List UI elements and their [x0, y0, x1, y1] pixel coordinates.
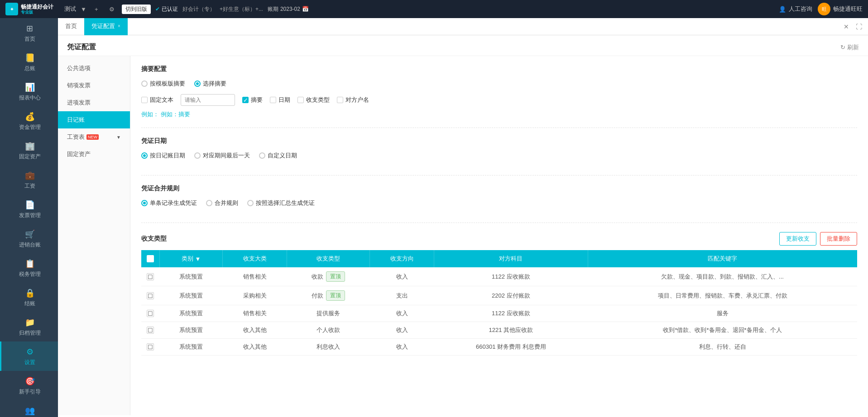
sidebar-item-member[interactable]: 👥 畅会员	[0, 400, 58, 417]
certified-icon: ✔	[155, 6, 160, 12]
funds-icon: 💰	[25, 112, 35, 122]
td-category-3: 系统预置	[159, 305, 223, 322]
row-checkbox-2[interactable]: ☐	[147, 292, 154, 299]
th-direction: 收支方向	[370, 250, 434, 267]
sidebar-item-funds[interactable]: 💰 资金管理	[0, 106, 58, 136]
radio-template[interactable]: 按模板版摘要	[141, 80, 185, 88]
refresh-button[interactable]: ↻ 刷新	[840, 43, 859, 52]
table-row: ☐ 系统预置 收入其他 利息收入 收入 660301 财务费用 利息费用 利息、…	[141, 339, 857, 355]
sidebar-item-purchases[interactable]: 🛒 进销台账	[0, 224, 58, 253]
td-direction-2: 支出	[370, 286, 434, 305]
top-tag-1[interactable]: 置顶	[326, 271, 345, 282]
merge-rules-section: 凭证合并规则 单条记录生成凭证 合并规则 按照选择汇总生成凭证	[141, 185, 857, 223]
right-content: 摘要配置 按模板版摘要 选择摘要	[130, 56, 868, 415]
summary-config-section: 摘要配置 按模板版摘要 选择摘要	[141, 65, 857, 128]
sidebar-item-salary[interactable]: 💼 工资	[0, 165, 58, 194]
td-checkbox-4: ☐	[141, 322, 159, 339]
switch-version-button[interactable]: 切到旧版	[122, 5, 151, 14]
th-major: 收支大类	[223, 250, 287, 267]
left-nav-sales-invoice[interactable]: 销项发票	[58, 77, 130, 94]
tab-expand-button[interactable]: ⛶	[854, 21, 864, 32]
td-direction-4: 收入	[370, 322, 434, 339]
td-direction-3: 收入	[370, 305, 434, 322]
sidebar-item-ledger[interactable]: 📒 总账	[0, 47, 58, 77]
td-checkbox-1: ☐	[141, 267, 159, 286]
th-category: 类别 ▼	[159, 250, 223, 267]
radio-single-circle	[141, 200, 148, 206]
user-menu[interactable]: 旺 畅捷通旺旺	[818, 3, 863, 15]
radio-custom-date[interactable]: 自定义日期	[259, 152, 297, 160]
update-income-expense-button[interactable]: 更新收支	[779, 232, 816, 246]
top-tag-2[interactable]: 置顶	[326, 290, 345, 301]
left-nav-purchase-invoice[interactable]: 进项发票	[58, 94, 130, 111]
th-keywords: 匹配关键字	[588, 250, 857, 267]
sidebar-item-closing[interactable]: 🔒 结账	[0, 283, 58, 312]
row-checkbox-1[interactable]: ☐	[147, 273, 154, 280]
td-type-3: 提供服务	[287, 305, 370, 322]
checkbox-counterpart-box	[337, 97, 343, 103]
main-area: 首页 凭证配置 × ✕ ⛶ 凭证配置 ↻ 刷新 公共选项	[58, 18, 868, 417]
tab-home[interactable]: 首页	[58, 18, 84, 35]
checkbox-fixed-text[interactable]: 固定文本	[141, 96, 173, 104]
left-nav-fixed-assets[interactable]: 固定资产	[58, 146, 130, 163]
add-button[interactable]: +	[91, 4, 102, 14]
row-checkbox-4[interactable]: ☐	[147, 327, 154, 334]
checkbox-counterpart[interactable]: 对方户名	[337, 96, 369, 104]
app-edition: 专业版	[21, 10, 53, 14]
sidebar-item-settings[interactable]: ⚙ 设置	[0, 341, 58, 371]
example-text: 例如： 例如：摘要	[141, 110, 857, 118]
closing-icon: 🔒	[25, 288, 35, 298]
radio-journal-date[interactable]: 按日记账日期	[141, 152, 185, 160]
sidebar-item-tax[interactable]: 📋 税务管理	[0, 253, 58, 283]
checkbox-summary[interactable]: ✓ 摘要	[242, 96, 263, 104]
sidebar-item-home[interactable]: ⊞ 首页	[0, 18, 58, 47]
sidebar-item-reports[interactable]: 📊 报表中心	[0, 77, 58, 106]
left-nav-public[interactable]: 公共选项	[58, 60, 130, 77]
summary-config-title: 摘要配置	[141, 65, 857, 73]
radio-summary-total[interactable]: 按照选择汇总生成凭证	[247, 199, 315, 207]
table-row: ☐ 系统预置 销售相关 收款 置顶 收入 112	[141, 267, 857, 286]
guide-icon: 🎯	[25, 376, 35, 386]
td-subject-4: 1221 其他应收款	[434, 322, 588, 339]
sidebar-item-archive[interactable]: 📁 归档管理	[0, 312, 58, 341]
tab-voucher-config[interactable]: 凭证配置 ×	[84, 18, 128, 35]
voucher-date-radio-group: 按日记账日期 对应期间最后一天 自定义日期	[141, 152, 857, 160]
summary-radio-group: 按模板版摘要 选择摘要	[141, 80, 857, 88]
tab-close-all-button[interactable]: ✕	[841, 21, 852, 32]
checkbox-payment-type[interactable]: 收支类型	[297, 96, 330, 104]
voucher-date-title: 凭证日期	[141, 137, 857, 145]
radio-select-circle	[194, 81, 201, 87]
checkbox-date[interactable]: 日期	[270, 96, 290, 104]
radio-merge[interactable]: 合并规则	[206, 199, 238, 207]
sidebar-item-invoices[interactable]: 📄 发票管理	[0, 194, 58, 224]
tax-icon: 📋	[25, 259, 35, 269]
td-major-1: 销售相关	[223, 267, 287, 286]
header-checkbox[interactable]: ☐	[147, 255, 154, 262]
left-nav-journal[interactable]: 日记账	[58, 111, 130, 128]
sidebar-item-guide[interactable]: 🎯 新手引导	[0, 371, 58, 400]
business-tag: +好生意（标）+...	[220, 5, 263, 13]
sidebar: ⊞ 首页 📒 总账 📊 报表中心 💰 资金管理 🏢 固定资产 💼 工资 📄 发票…	[0, 18, 58, 417]
td-major-4: 收入其他	[223, 322, 287, 339]
top-bar-right: 👤 人工咨询 旺 畅捷通旺旺	[779, 3, 863, 15]
radio-select[interactable]: 选择摘要	[194, 80, 226, 88]
row-checkbox-3[interactable]: ☐	[147, 310, 154, 317]
merge-rules-radio-group: 单条记录生成凭证 合并规则 按照选择汇总生成凭证	[141, 199, 857, 207]
td-major-2: 采购相关	[223, 286, 287, 305]
tab-bar: 首页 凭证配置 × ✕ ⛶	[58, 18, 868, 35]
row-checkbox-5[interactable]: ☐	[147, 343, 154, 351]
batch-delete-button[interactable]: 批量删除	[820, 232, 857, 246]
radio-single[interactable]: 单条记录生成凭证	[141, 199, 197, 207]
sidebar-item-assets[interactable]: 🏢 固定资产	[0, 136, 58, 165]
service-button[interactable]: 👤 人工咨询	[779, 5, 812, 13]
td-major-5: 收入其他	[223, 339, 287, 355]
td-category-5: 系统预置	[159, 339, 223, 355]
left-nav-payroll[interactable]: 工资表 NEW ▼	[58, 128, 130, 146]
company-dropdown[interactable]: ▼	[81, 6, 86, 13]
td-type-1: 收款 置顶	[287, 267, 370, 286]
tab-close-button[interactable]: ×	[118, 24, 120, 28]
radio-period-last[interactable]: 对应期间最后一天	[194, 152, 250, 160]
th-subject: 对方科目	[434, 250, 588, 267]
fixed-text-input[interactable]	[181, 94, 235, 106]
settings-button[interactable]: ⚙	[106, 4, 117, 14]
